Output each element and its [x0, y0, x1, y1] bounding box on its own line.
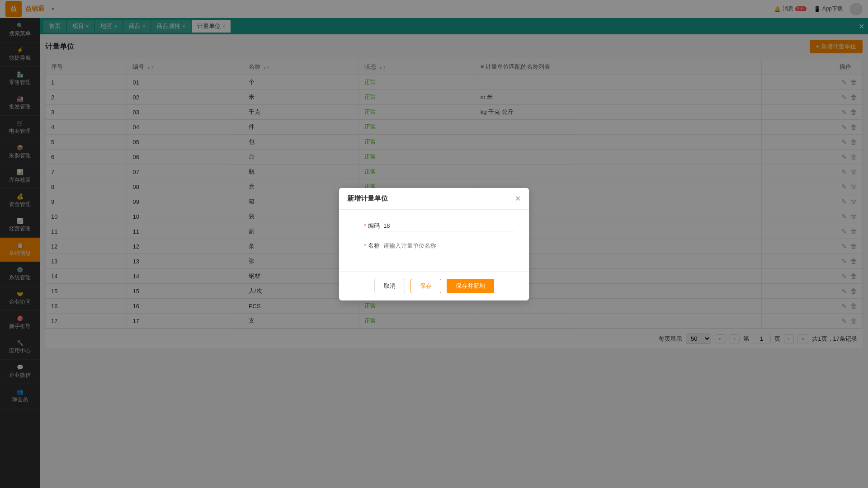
save-button[interactable]: 保存: [410, 279, 441, 293]
save-and-new-button[interactable]: 保存并新增: [447, 279, 494, 293]
modal-dialog: 新增计量单位 ✕ 编码 名称 取消 保存 保存并新增: [339, 188, 529, 300]
modal-close-btn[interactable]: ✕: [515, 194, 521, 203]
code-label: 编码: [353, 222, 380, 230]
modal-overlay: 新增计量单位 ✕ 编码 名称 取消 保存 保存并新增: [0, 0, 868, 488]
modal-header: 新增计量单位 ✕: [339, 188, 529, 210]
modal-body: 编码 名称: [339, 210, 529, 271]
cancel-button[interactable]: 取消: [374, 279, 405, 293]
code-input[interactable]: [383, 221, 515, 231]
modal-title: 新增计量单位: [347, 194, 388, 203]
name-input[interactable]: [383, 240, 515, 251]
form-row-code: 编码: [353, 221, 515, 231]
modal-footer: 取消 保存 保存并新增: [339, 271, 529, 300]
form-row-name: 名称: [353, 240, 515, 251]
name-label: 名称: [353, 242, 380, 250]
